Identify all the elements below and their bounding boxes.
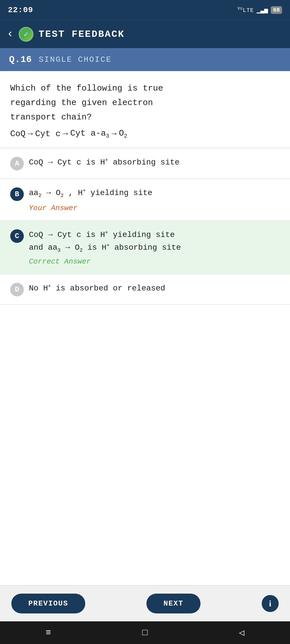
back-button[interactable]: ‹	[7, 29, 14, 40]
question-text-area: Which of the following is true regarding…	[0, 71, 290, 148]
option-b-circle: B	[10, 187, 24, 201]
nav-bar: ≡ □ ◁	[0, 621, 290, 644]
battery-indicator: 68	[271, 6, 282, 14]
option-c-header: C CoQ → Cyt c is H+ yielding site and aa…	[10, 229, 280, 254]
options-area: A CoQ → Cyt c is H+ absorbing site B aa2…	[0, 148, 290, 585]
option-c[interactable]: C CoQ → Cyt c is H+ yielding site and aa…	[0, 221, 290, 274]
status-icons: VoLTE ▁▃▅ 68	[237, 6, 282, 14]
lte-icon: VoLTE	[237, 6, 254, 14]
question-type: SINGLE CHOICE	[39, 55, 112, 64]
logo: ✓	[19, 27, 33, 42]
option-a-text: CoQ → Cyt c is H+ absorbing site	[29, 156, 280, 169]
formula-o2: O2	[119, 129, 127, 139]
question-line3: transport chain?	[10, 112, 92, 122]
arrow3: →	[112, 129, 117, 139]
arrow1: →	[28, 129, 33, 139]
option-d-text: No H+ is absorbed or released	[29, 282, 280, 295]
question-line2: regarding the given electron	[10, 98, 153, 108]
question-text: Which of the following is true regarding…	[10, 81, 280, 125]
option-d-circle: D	[10, 283, 24, 296]
option-a-label: A	[15, 159, 19, 168]
logo-check-icon: ✓	[24, 30, 28, 39]
option-a-circle: A	[10, 157, 24, 170]
option-a[interactable]: A CoQ → Cyt c is H+ absorbing site	[0, 148, 290, 179]
question-meta: Q.16 SINGLE CHOICE	[0, 48, 290, 71]
option-a-header: A CoQ → Cyt c is H+ absorbing site	[10, 156, 280, 170]
option-b-text: aa2 → O2 , H+ yielding site	[29, 187, 280, 200]
next-button[interactable]: NEXT	[146, 594, 200, 613]
option-b-your-answer: Your Answer	[10, 204, 280, 212]
option-d-label: D	[15, 285, 19, 294]
arrow2: →	[63, 129, 68, 139]
info-button[interactable]: i	[262, 595, 279, 612]
status-bar: 22:09 VoLTE ▁▃▅ 68	[0, 0, 290, 20]
header-title: TEST FEEDBACK	[39, 29, 125, 40]
option-b[interactable]: B aa2 → O2 , H+ yielding site Your Answe…	[0, 179, 290, 221]
home-icon[interactable]: □	[142, 628, 148, 638]
option-b-header: B aa2 → O2 , H+ yielding site	[10, 187, 280, 201]
question-line1: Which of the following is true	[10, 84, 163, 93]
formula-cyta: Cyt a-a3	[70, 129, 109, 139]
previous-button[interactable]: PREVIOUS	[11, 594, 85, 613]
back-nav-icon[interactable]: ◁	[239, 627, 244, 638]
formula-cytc: Cyt c	[35, 129, 61, 139]
bottom-bar: PREVIOUS NEXT i	[0, 585, 290, 621]
menu-icon[interactable]: ≡	[46, 628, 51, 638]
app-header: ‹ ✓ TEST FEEDBACK	[0, 20, 290, 48]
option-b-label: B	[15, 190, 19, 198]
option-c-circle: C	[10, 229, 24, 243]
option-c-correct-answer: Correct Answer	[10, 257, 280, 266]
formula-coq: CoQ	[10, 129, 25, 139]
signal-icon: ▁▃▅	[257, 6, 268, 14]
question-number: Q.16	[9, 54, 32, 65]
option-c-label: C	[15, 232, 19, 240]
option-d[interactable]: D No H+ is absorbed or released	[0, 274, 290, 305]
option-d-header: D No H+ is absorbed or released	[10, 282, 280, 296]
status-time: 22:09	[8, 6, 33, 14]
option-c-text: CoQ → Cyt c is H+ yielding site and aa3 …	[29, 229, 280, 254]
question-formula: CoQ → Cyt c → Cyt a-a3 → O2	[10, 129, 280, 139]
